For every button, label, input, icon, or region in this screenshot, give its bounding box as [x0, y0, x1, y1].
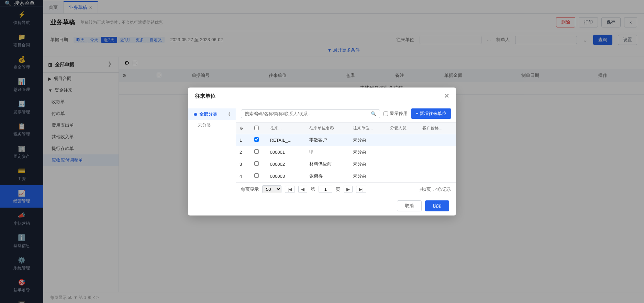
row-category: 未分类: [349, 146, 387, 158]
next-page-button[interactable]: ▶: [344, 186, 353, 193]
modal-table-wrap: ⚙ 往来... 往来单位名称 往来单位... 分管人员 客户价格... 1 RE…: [236, 123, 456, 182]
last-page-button[interactable]: ▶|: [356, 186, 366, 193]
row-manager: [387, 158, 419, 170]
search-icon-modal: 🔍: [371, 111, 376, 116]
modal-col-code: 往来...: [267, 123, 306, 134]
modal-table: ⚙ 往来... 往来单位名称 往来单位... 分管人员 客户价格... 1 RE…: [236, 123, 456, 182]
row-manager: [387, 170, 419, 182]
row-manager: [387, 146, 419, 158]
page-word: 第: [311, 186, 315, 193]
table-row[interactable]: 4 000003 张俯得 未分类: [236, 170, 456, 182]
modal-title: 往来单位: [195, 93, 215, 100]
row-checkbox[interactable]: [251, 158, 267, 170]
show-disabled-checkbox[interactable]: [384, 112, 388, 116]
row-code: 000001: [267, 146, 306, 158]
prev-page-button[interactable]: ◀: [298, 186, 307, 193]
total-info: 共1页，4条记录: [420, 186, 451, 193]
modal-col-manager: 分管人员: [387, 123, 419, 134]
grid-icon-modal: ⊞: [193, 112, 197, 117]
modal-search-box[interactable]: 🔍: [241, 109, 380, 118]
row-code: RETAIL_...: [267, 134, 306, 146]
page-label: 页: [336, 186, 340, 193]
modal-category-all[interactable]: ⊞ 全部分类 《: [188, 108, 236, 120]
table-row[interactable]: 2 000001 甲 未分类: [236, 146, 456, 158]
modal-left-panel: ⊞ 全部分类 《 未分类: [188, 105, 236, 196]
modal-overlay: 往来单位 ✕ ⊞ 全部分类 《 未分类 🔍: [0, 0, 644, 303]
row-num: 4: [236, 170, 251, 182]
modal-close-button[interactable]: ✕: [444, 92, 449, 100]
modal-col-settings: ⚙: [236, 123, 251, 134]
row-category: 未分类: [349, 158, 387, 170]
row-num: 3: [236, 158, 251, 170]
row-num: 1: [236, 134, 251, 146]
per-page-select[interactable]: 50 100: [262, 185, 281, 193]
row-name: 甲: [306, 146, 349, 158]
modal-right-panel: 🔍 显示停用 + 新增往来单位 ⚙: [236, 105, 456, 196]
row-code: 000002: [267, 158, 306, 170]
modal-pagination-bar: 每页显示 50 100 |◀ ◀ 第 页 ▶ ▶| 共1页，4条记录: [236, 182, 456, 196]
row-name: 张俯得: [306, 170, 349, 182]
table-row[interactable]: 3 000002 材料供应商 未分类: [236, 158, 456, 170]
row-checkbox[interactable]: [251, 146, 267, 158]
row-select-checkbox[interactable]: [254, 161, 259, 166]
row-price: [419, 146, 456, 158]
row-num: 2: [236, 146, 251, 158]
show-disabled-label[interactable]: 显示停用: [384, 110, 408, 117]
modal-category-unclassified[interactable]: 未分类: [188, 120, 236, 130]
row-manager: [387, 134, 419, 146]
row-checkbox[interactable]: [251, 170, 267, 182]
modal-col-name: 往来单位名称: [306, 123, 349, 134]
counterparty-modal: 往来单位 ✕ ⊞ 全部分类 《 未分类 🔍: [188, 88, 456, 215]
confirm-button[interactable]: 确定: [425, 200, 449, 211]
row-price: [419, 134, 456, 146]
per-page-label: 每页显示: [241, 186, 259, 193]
add-counterparty-button[interactable]: + 新增往来单位: [411, 108, 451, 119]
row-name: 材料供应商: [306, 158, 349, 170]
modal-search-input[interactable]: [245, 111, 369, 116]
modal-header: 往来单位 ✕: [188, 88, 456, 105]
modal-col-price: 客户价格...: [419, 123, 456, 134]
row-select-checkbox[interactable]: [254, 173, 259, 178]
modal-toolbar: 🔍 显示停用 + 新增往来单位: [236, 105, 456, 123]
modal-col-category: 往来单位...: [349, 123, 387, 134]
modal-col-checkbox: [251, 123, 267, 134]
collapse-modal-left[interactable]: 《: [226, 112, 230, 117]
row-price: [419, 170, 456, 182]
row-select-checkbox[interactable]: [254, 137, 259, 142]
row-select-checkbox[interactable]: [254, 149, 259, 154]
modal-header-checkbox[interactable]: [254, 126, 259, 130]
row-price: [419, 158, 456, 170]
row-name: 零散客户: [306, 134, 349, 146]
table-row[interactable]: 1 RETAIL_... 零散客户 未分类: [236, 134, 456, 146]
modal-buttons: 取消 确定: [188, 196, 456, 215]
row-category: 未分类: [349, 170, 387, 182]
row-category: 未分类: [349, 134, 387, 146]
row-code: 000003: [267, 170, 306, 182]
page-input[interactable]: [319, 186, 332, 193]
first-page-button[interactable]: |◀: [285, 186, 295, 193]
cancel-button[interactable]: 取消: [397, 200, 422, 211]
row-checkbox[interactable]: [251, 134, 267, 146]
modal-body: ⊞ 全部分类 《 未分类 🔍 显示停用: [188, 105, 456, 196]
